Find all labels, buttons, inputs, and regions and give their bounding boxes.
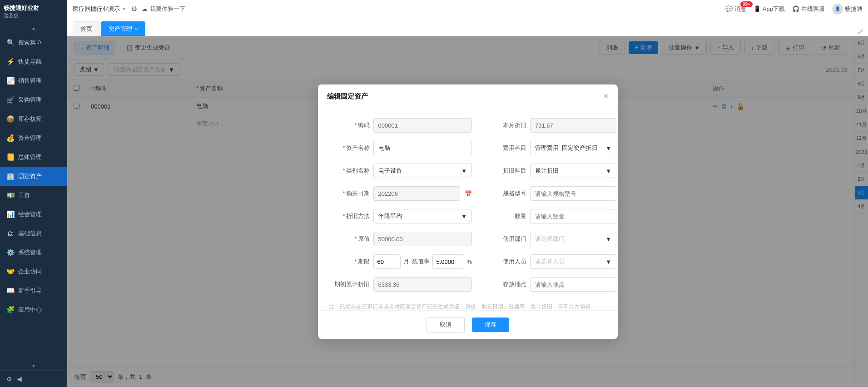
tab-home[interactable]: 首页 xyxy=(73,21,100,36)
spec-input[interactable] xyxy=(530,186,616,201)
department-select[interactable]: 请选择部门 ▼ xyxy=(530,232,616,246)
purchase-date-label: *购买日期 xyxy=(329,189,370,198)
user-placeholder: 请选择人员 xyxy=(535,258,565,266)
form-row-period: *期限 月 残值率 % xyxy=(329,254,472,269)
collapse-icon[interactable]: ◀ xyxy=(17,375,22,382)
sidebar-item-guide[interactable]: 📖 新手引导 xyxy=(0,281,67,300)
sidebar-item-label: 快捷导航 xyxy=(18,58,42,66)
sidebar-item-inventory[interactable]: 📦 库存核算 xyxy=(0,109,67,129)
company-selector[interactable]: 医疗器械行业演示 ▼ xyxy=(73,5,126,13)
topbar-user[interactable]: 👤 畅捷通 xyxy=(832,4,863,15)
app-label: App下载 xyxy=(763,5,785,13)
expense-subject-label: 费用科目 xyxy=(486,144,526,152)
depr-method-value: 年限平均 xyxy=(378,212,402,220)
sidebar-item-appcenter[interactable]: 🧩 应用中心 xyxy=(0,300,67,319)
expand-icon: ⤢ xyxy=(858,27,863,36)
tab-close-icon[interactable]: × xyxy=(135,26,138,32)
original-value-input[interactable] xyxy=(373,232,472,246)
form-row-initial-cumulative: 期初累计折旧 xyxy=(329,277,472,292)
msg-badge: 99+ xyxy=(740,1,753,7)
sidebar-item-label: 采购管理 xyxy=(18,96,42,104)
form-left-col: *编码 *资产名称 xyxy=(329,118,472,300)
form-row-purchase-date: *购买日期 📅 xyxy=(329,186,472,201)
sidebar-item-baseinfo[interactable]: 🗂 基础信息 xyxy=(0,224,67,243)
expense-subject-select[interactable]: 管理费用_固定资产折旧 ▼ xyxy=(530,141,616,155)
depr-method-select[interactable]: 年限平均 ▼ xyxy=(373,209,472,223)
service-icon: 🎧 xyxy=(792,5,799,12)
depr-subject-arrow-icon: ▼ xyxy=(605,168,611,174)
form-row-department: 使用部门 请选择部门 ▼ xyxy=(486,232,616,246)
category-value: 电子设备 xyxy=(378,167,402,175)
code-input[interactable] xyxy=(373,118,472,133)
this-month-depr-input[interactable] xyxy=(530,118,616,133)
form-row-name: *资产名称 xyxy=(329,141,472,155)
sidebar-item-fixedasset[interactable]: 🏢 固定资产 xyxy=(0,167,67,186)
spec-label: 规格型号 xyxy=(486,189,526,198)
topbar-left: 医疗器械行业演示 ▼ ⚙ ☁ 我要体验一下 xyxy=(73,5,185,13)
residual-rate-input[interactable] xyxy=(432,254,464,269)
name-input[interactable] xyxy=(373,141,472,155)
topbar-right: 💬 消息 99+ 📱 App下载 🎧 在线客服 👤 畅捷通 xyxy=(725,4,863,15)
purchase-date-input[interactable] xyxy=(373,186,461,201)
period-input[interactable] xyxy=(373,254,401,269)
sidebar-item-system[interactable]: ⚙️ 系统管理 xyxy=(0,243,67,262)
save-button[interactable]: 保存 xyxy=(472,318,509,332)
sidebar-scroll-up[interactable]: ▲ xyxy=(0,24,67,33)
sidebar-item-sales[interactable]: 📈 销售管理 xyxy=(0,71,67,90)
form-row-this-month-depr: 本月折旧 xyxy=(486,118,616,133)
capital-icon: 💰 xyxy=(6,134,15,142)
cloud-text: 我要体验一下 xyxy=(150,5,185,13)
tab-bar: 首页 资产管理 × ⤢ xyxy=(67,18,868,36)
form-right-col: 本月折旧 费用科目 管理费用 xyxy=(486,118,616,300)
quantity-input[interactable] xyxy=(530,209,616,223)
tab-asset[interactable]: 资产管理 × xyxy=(101,21,145,36)
sidebar-item-enterprise[interactable]: 🤝 企业协同 xyxy=(0,262,67,281)
category-select[interactable]: 电子设备 ▼ xyxy=(373,164,472,178)
expense-subject-arrow-icon: ▼ xyxy=(605,145,611,152)
sidebar-item-capital[interactable]: 💰 资金管理 xyxy=(0,129,67,148)
sales-icon: 📈 xyxy=(6,77,15,85)
sidebar: 畅捷通好业财 普及版 ▲ 🔍 搜索菜单 ⚡ 快捷导航 📈 销售管理 🛒 采购管理 xyxy=(0,0,67,387)
sidebar-item-operation[interactable]: 📊 经营管理 xyxy=(0,205,67,224)
settings-icon[interactable]: ⚙ xyxy=(6,375,12,382)
sidebar-header: 畅捷通好业财 普及版 xyxy=(0,0,67,24)
enterprise-icon: 🤝 xyxy=(6,268,15,276)
category-label: *类别名称 xyxy=(329,167,370,175)
initial-cumulative-label: 期初累计折旧 xyxy=(329,280,370,288)
app-logo: 畅捷通好业财 普及版 xyxy=(4,5,39,19)
appcenter-icon: 🧩 xyxy=(6,306,15,314)
topbar-app-download[interactable]: 📱 App下载 xyxy=(754,5,785,13)
department-label: 使用部门 xyxy=(486,235,526,243)
period-label: *期限 xyxy=(329,258,370,266)
modal-note: 注：已经存在变更记录或者对应固定资产已经生成凭证，原值、购买日期、残值率、累计折… xyxy=(329,300,607,310)
initial-cumulative-input[interactable] xyxy=(373,277,472,292)
user-label: 使用人员 xyxy=(486,258,526,266)
topbar-cloud[interactable]: ☁ 我要体验一下 xyxy=(142,5,185,13)
operation-icon: 📊 xyxy=(6,210,15,218)
sidebar-nav: 🔍 搜索菜单 ⚡ 快捷导航 📈 销售管理 🛒 采购管理 📦 库存核算 💰 xyxy=(0,33,67,361)
sidebar-item-purchase[interactable]: 🛒 采购管理 xyxy=(0,90,67,109)
fixedasset-icon: 🏢 xyxy=(6,172,15,180)
location-input[interactable] xyxy=(530,277,616,292)
depr-subject-select[interactable]: 累计折旧 ▼ xyxy=(530,164,616,178)
topbar-service[interactable]: 🎧 在线客服 xyxy=(792,5,825,13)
topbar-settings-icon[interactable]: ⚙ xyxy=(131,5,137,13)
sidebar-item-quicknav[interactable]: ⚡ 快捷导航 xyxy=(0,52,67,71)
modal-header: 编辑固定资产 × xyxy=(318,84,618,109)
topbar-msg[interactable]: 💬 消息 99+ xyxy=(725,5,746,13)
sidebar-item-label: 销售管理 xyxy=(18,77,42,85)
sidebar-item-salary[interactable]: 💵 工资 xyxy=(0,186,67,205)
form-row-location: 存放地点 xyxy=(486,277,616,292)
tab-expand[interactable]: ⤢ xyxy=(853,27,868,36)
calendar-icon[interactable]: 📅 xyxy=(465,190,472,197)
modal-footer: 取消 保存 xyxy=(318,310,618,339)
sidebar-scroll-down[interactable]: ▼ xyxy=(0,361,67,370)
app-logo-line2: 普及版 xyxy=(4,12,39,19)
sidebar-item-ledger[interactable]: 📒 总账管理 xyxy=(0,148,67,167)
quantity-label: 数量 xyxy=(486,212,526,220)
modal-close-button[interactable]: × xyxy=(604,92,609,101)
user-select[interactable]: 请选择人员 ▼ xyxy=(530,254,616,269)
sidebar-item-search[interactable]: 🔍 搜索菜单 xyxy=(0,33,67,52)
system-icon: ⚙️ xyxy=(6,248,15,257)
cancel-button[interactable]: 取消 xyxy=(427,317,465,332)
